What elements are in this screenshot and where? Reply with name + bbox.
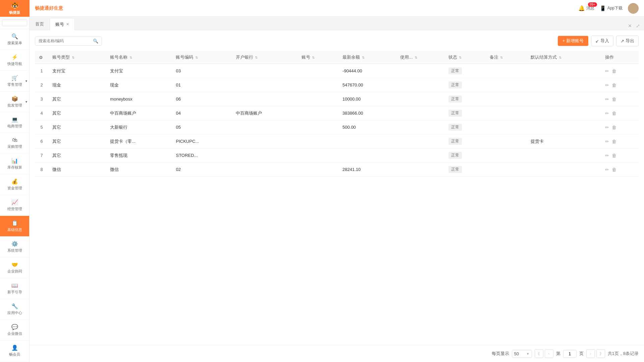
row-account — [298, 148, 338, 163]
delete-icon[interactable]: 🗑 — [612, 139, 616, 144]
edit-icon[interactable]: ✏ — [605, 97, 609, 102]
row-code: STORED... — [172, 148, 231, 163]
edit-icon[interactable]: ✏ — [605, 153, 609, 158]
col-remark[interactable]: 备注 ⇅ — [486, 51, 527, 64]
expand-tab-icon[interactable]: ⤢ — [635, 22, 641, 30]
edit-icon[interactable]: ✏ — [605, 139, 609, 144]
row-status: 正常 — [444, 134, 486, 148]
sidebar-item-basic[interactable]: 📋 基础信息 — [0, 216, 29, 237]
status-badge: 正常 — [448, 166, 462, 173]
row-remark — [486, 106, 527, 120]
logo-icon: 🐯 — [11, 2, 18, 9]
sidebar-item-retail[interactable]: 🛒 零售管理 ▼ — [0, 71, 29, 92]
delete-icon[interactable]: 🗑 — [612, 68, 616, 74]
row-remark — [486, 148, 527, 163]
delete-icon[interactable]: 🗑 — [612, 153, 616, 158]
edit-icon[interactable]: ✏ — [605, 125, 609, 130]
guide-icon: 📖 — [11, 282, 18, 289]
row-status: 正常 — [444, 120, 486, 134]
user-avatar[interactable] — [628, 3, 639, 14]
row-balance: -90444.00 — [338, 64, 396, 78]
sidebar-item-member[interactable]: 👤 畅会员 — [0, 341, 29, 361]
col-bank[interactable]: 开户银行 ⇅ — [232, 51, 298, 64]
edit-icon[interactable]: ✏ — [605, 82, 609, 88]
col-remark-label: 备注 — [490, 55, 498, 60]
col-default-payment[interactable]: 默认结算方式 ⇅ — [527, 51, 601, 64]
sidebar-item-agreement[interactable]: 🤝 企业协同 — [0, 257, 29, 278]
col-account[interactable]: 账号 ⇅ — [298, 51, 338, 64]
edit-icon[interactable]: ✏ — [605, 167, 609, 172]
sidebar-item-quicknav[interactable]: ⚡ 快捷导航 — [0, 50, 29, 71]
col-usage[interactable]: 使用... ⇅ — [396, 51, 444, 64]
sidebar-label-retail: 零售管理 — [7, 82, 22, 87]
row-num: 7 — [35, 148, 48, 163]
col-balance[interactable]: 最新余额 ⇅ — [338, 51, 396, 64]
sidebar-item-purchase[interactable]: 🛍 采购管理 — [0, 133, 29, 154]
row-bank — [232, 64, 298, 78]
table-row: 8 微信 微信 02 28241.10 正常 ✏ 🗑 — [35, 163, 639, 177]
sidebar-item-appcenter[interactable]: 🔧 应用中心 — [0, 299, 29, 320]
delete-icon[interactable]: 🗑 — [612, 97, 616, 102]
row-remark — [486, 64, 527, 78]
row-actions: ✏ 🗑 — [601, 92, 639, 106]
search-icon[interactable]: 🔍 — [93, 39, 98, 44]
per-page-select[interactable]: 50 ▼ — [512, 350, 532, 358]
row-account — [298, 64, 338, 78]
tab-home[interactable]: 首页 — [30, 18, 50, 30]
delete-icon[interactable]: 🗑 — [612, 167, 616, 172]
table-row: 4 其它 中百商场账户 04 中百商场账户 383866.00 正常 ✏ 🗑 — [35, 106, 639, 120]
next-page-btn[interactable]: › — [586, 349, 595, 358]
row-bank — [232, 163, 298, 177]
delete-icon[interactable]: 🗑 — [612, 125, 616, 130]
row-bank — [232, 148, 298, 163]
sidebar-item-guide[interactable]: 📖 新手引导 — [0, 278, 29, 299]
row-code: 02 — [172, 163, 231, 177]
sidebar-item-wholesale[interactable]: 📦 批发管理 ▼ — [0, 92, 29, 112]
row-usage — [396, 106, 444, 120]
sidebar-item-finance[interactable]: 💰 资金管理 — [0, 174, 29, 195]
close-accounts-tab[interactable]: ✕ — [66, 22, 69, 26]
operations-icon: 📈 — [11, 199, 18, 205]
delete-icon[interactable]: 🗑 — [612, 111, 616, 116]
export-button[interactable]: ↗ 导出 — [616, 36, 639, 46]
sidebar-item-ecommerce[interactable]: 💻 电商管理 — [0, 112, 29, 133]
page-input[interactable] — [563, 350, 577, 358]
table-row: 5 其它 大新银行 05 500.00 正常 ✏ 🗑 — [35, 120, 639, 134]
sidebar-item-operations[interactable]: 📈 经营管理 — [0, 195, 29, 216]
sidebar-item-system[interactable]: ⚙️ 系统管理 — [0, 237, 29, 257]
col-name[interactable]: 账号名称 ⇅ — [106, 51, 172, 64]
row-usage — [396, 134, 444, 148]
tab-accounts[interactable]: 账号 ✕ — [50, 18, 75, 30]
sidebar-item-search[interactable]: 🔍 搜索菜单 — [0, 29, 29, 50]
toolbar-right: + 新增账号 ↙ 导入 ↗ 导出 — [558, 36, 639, 46]
sidebar-search-input[interactable] — [2, 19, 27, 26]
sidebar-item-inventory[interactable]: 📊 库存核算 — [0, 154, 29, 174]
search-input[interactable] — [39, 39, 93, 43]
app-download-button[interactable]: 📱 App下载 — [600, 5, 623, 11]
delete-icon[interactable]: 🗑 — [612, 82, 616, 88]
messages-button[interactable]: 🔔 消息 99+ — [578, 5, 594, 11]
row-type: 其它 — [48, 120, 106, 134]
app-download-label: App下载 — [607, 5, 623, 11]
first-page-btn[interactable]: ⟪ — [535, 349, 543, 358]
col-settings[interactable]: ⚙ — [35, 51, 48, 64]
import-button[interactable]: ↙ 导入 — [591, 36, 613, 46]
tab-bar: 首页 账号 ✕ ✕ ⤢ — [30, 17, 644, 30]
edit-icon[interactable]: ✏ — [605, 68, 609, 74]
col-code[interactable]: 账号编码 ⇅ — [172, 51, 231, 64]
col-status[interactable]: 状态 ⇅ — [444, 51, 486, 64]
per-page-value: 50 — [514, 351, 519, 356]
prev-page-btn[interactable]: ‹ — [545, 349, 553, 358]
status-badge: 正常 — [448, 110, 462, 117]
col-code-sort: ⇅ — [195, 56, 198, 59]
quicknav-icon: ⚡ — [11, 54, 18, 60]
close-tab-icon[interactable]: ✕ — [627, 22, 633, 30]
edit-icon[interactable]: ✏ — [605, 111, 609, 116]
col-type[interactable]: 账号类型 ⇅ — [48, 51, 106, 64]
last-page-btn[interactable]: ⟫ — [596, 349, 605, 358]
sidebar-item-wechat[interactable]: 💬 企业微信 — [0, 320, 29, 341]
row-actions: ✏ 🗑 — [601, 78, 639, 92]
row-status: 正常 — [444, 78, 486, 92]
col-bank-label: 开户银行 — [236, 55, 253, 60]
add-account-button[interactable]: + 新增账号 — [558, 36, 588, 46]
